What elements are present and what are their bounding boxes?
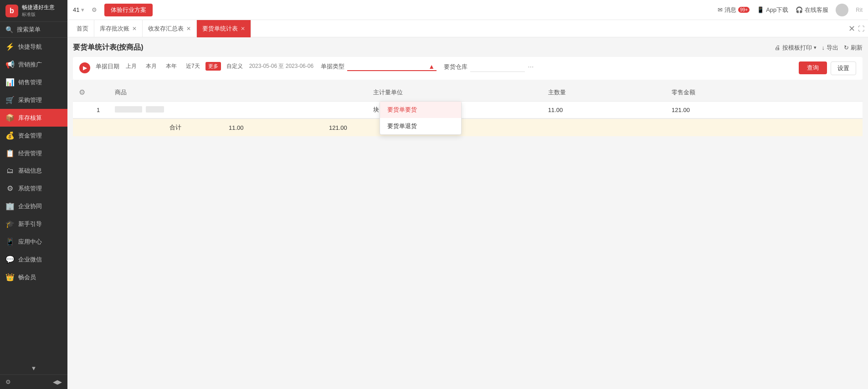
sidebar-item-inventory[interactable]: 📦 库存核算 — [0, 109, 67, 127]
product-placeholder-2 — [146, 106, 164, 113]
nav-icon-members: 👑 — [5, 273, 15, 282]
row-settings-cell — [73, 102, 91, 118]
sidebar-item-guide[interactable]: 🎓 新手引导 — [0, 215, 67, 233]
query-button[interactable]: 查询 — [799, 61, 827, 74]
date-btn-more[interactable]: 更多 — [205, 62, 221, 71]
refresh-icon: ↻ — [844, 44, 849, 51]
top-bar-left: 41 ▾ ⚙ 体验行业方案 — [73, 4, 153, 16]
col-amount-header: 零售金额 — [666, 83, 815, 102]
avatar[interactable] — [836, 4, 848, 16]
tab-close-order[interactable]: ✕ — [241, 26, 245, 32]
tab-receive-summary[interactable]: 收发存汇总表 ✕ — [143, 20, 197, 37]
sidebar-item-app-center[interactable]: 📱 应用中心 — [0, 233, 67, 251]
row-seq-cell: 1 — [91, 102, 109, 118]
tab-close-all-icon[interactable]: ✕ — [848, 24, 855, 34]
date-btn-last-month[interactable]: 上月 — [122, 61, 140, 71]
app-download-item[interactable]: 📱 App下载 — [757, 6, 788, 14]
table-footer: 合计 11.00 121.00 — [73, 118, 863, 136]
messages-item[interactable]: ✉ 消息 99+ — [718, 6, 750, 14]
sidebar-item-quick-nav[interactable]: ⚡ 快捷导航 — [0, 38, 67, 56]
page-title: 要货单统计表(按商品) — [73, 43, 144, 52]
nav-icon-operations: 📋 — [5, 149, 15, 158]
nav-icon-system: ⚙ — [5, 184, 15, 193]
download-icon: 📱 — [757, 6, 764, 13]
sidebar-item-purchase[interactable]: 🛒 采购管理 — [0, 91, 67, 109]
row-product-cell — [109, 102, 368, 118]
top-bar-right: ✉ 消息 99+ 📱 App下载 🎧 在线客服 Rit — [718, 4, 863, 16]
table-section: ⚙ 商品 主计量单位 主数量 零售金额 1 — [73, 83, 863, 136]
tab-expand-area: ✕ ⛶ — [848, 24, 864, 34]
sidebar: b 畅捷通好生意 标准版 🔍 搜索菜单 ⚡ 快捷导航 📢 营销推广 📊 销售管理… — [0, 0, 67, 389]
footer-qty: 11.00 — [229, 124, 329, 131]
search-icon: 🔍 — [5, 26, 13, 33]
app-logo-text: 畅捷通好生意 标准版 — [22, 4, 55, 17]
warehouse-more-icon[interactable]: ··· — [528, 63, 534, 71]
type-select-input[interactable] — [347, 61, 437, 71]
filter-date: 单据日期 上月 本月 本年 近7天 更多 自定义 2023-05-06 至 20… — [96, 61, 313, 71]
message-icon: ✉ — [718, 6, 723, 13]
sidebar-settings-icon[interactable]: ⚙ — [5, 379, 11, 385]
refresh-action[interactable]: ↻ 刷新 — [844, 44, 863, 52]
sidebar-collapse-icon[interactable]: ◀▶ — [53, 379, 62, 385]
col-unit-header: 主计量单位 — [368, 83, 542, 102]
sidebar-item-finance[interactable]: 💰 资金管理 — [0, 127, 67, 144]
tab-batch-account[interactable]: 库存批次账 ✕ — [94, 20, 143, 37]
sidebar-item-wechat[interactable]: 💬 企业微信 — [0, 251, 67, 268]
date-btn-custom[interactable]: 自定义 — [223, 61, 247, 71]
col-product-header: 商品 — [109, 83, 368, 102]
col-settings-header[interactable]: ⚙ — [73, 83, 91, 102]
row-amount-cell: 121.00 — [666, 102, 815, 118]
sidebar-item-enterprise[interactable]: 🏢 企业协同 — [0, 197, 67, 215]
footer-amount: 121.00 — [329, 124, 347, 131]
date-btn-this-month[interactable]: 本月 — [142, 61, 160, 71]
filter-group: 单据日期 上月 本月 本年 近7天 更多 自定义 2023-05-06 至 20… — [96, 61, 793, 72]
trial-button[interactable]: 体验行业方案 — [104, 4, 153, 16]
nav-icon-wechat: 💬 — [5, 255, 15, 264]
nav-icon-inventory: 📦 — [5, 113, 15, 122]
headset-icon: 🎧 — [796, 6, 803, 13]
tab-close-batch[interactable]: ✕ — [132, 26, 137, 32]
warehouse-select[interactable] — [470, 61, 525, 72]
settings-button[interactable]: 设置 — [831, 61, 856, 75]
main-area: 41 ▾ ⚙ 体验行业方案 ✉ 消息 99+ 📱 App下载 🎧 在线客服 Ri… — [67, 0, 868, 389]
sidebar-item-members[interactable]: 👑 畅会员 — [0, 268, 67, 286]
app-logo-icon: b — [5, 5, 18, 17]
type-select[interactable]: ▲ — [347, 61, 437, 71]
store-selector[interactable]: 41 ▾ — [73, 6, 84, 13]
filter-type: 单据类型 ▲ — [321, 61, 437, 71]
col-seq-header — [91, 83, 109, 102]
product-placeholder-1 — [115, 106, 142, 113]
page-title-bar: 要货单统计表(按商品) 🖨 按模板打印 ▾ ↓ 导出 ↻ 刷新 — [73, 43, 863, 52]
print-action[interactable]: 🖨 按模板打印 ▾ — [775, 44, 817, 52]
export-action[interactable]: ↓ 导出 — [822, 44, 839, 52]
date-range-display: 2023-05-06 至 2023-06-06 — [249, 62, 313, 70]
tab-close-receive[interactable]: ✕ — [186, 26, 191, 32]
sidebar-search[interactable]: 🔍 搜索菜单 — [0, 22, 67, 38]
sidebar-item-marketing[interactable]: 📢 营销推广 — [0, 56, 67, 73]
sidebar-item-system[interactable]: ⚙ 系统管理 — [0, 179, 67, 197]
nav-icon-guide: 🎓 — [5, 220, 15, 228]
tab-home[interactable]: 首页 — [71, 20, 94, 37]
print-chevron-icon: ▾ — [814, 45, 817, 51]
filter-warehouse: 要货仓库 ··· — [444, 61, 534, 72]
dropdown-item-order-return[interactable]: 要货单退货 — [380, 118, 461, 134]
sidebar-scroll-down[interactable]: ▼ — [0, 362, 67, 374]
sidebar-item-operations[interactable]: 📋 经营管理 — [0, 144, 67, 162]
nav-icon-purchase: 🛒 — [5, 96, 15, 104]
col-qty-header: 主数量 — [543, 83, 666, 102]
data-table: ⚙ 商品 主计量单位 主数量 零售金额 1 — [73, 83, 863, 118]
sidebar-item-basic-info[interactable]: 🗂 基础信息 — [0, 162, 67, 179]
chevron-down-icon: ▾ — [81, 6, 84, 13]
tab-order-summary[interactable]: 要货单统计表 ✕ — [197, 20, 251, 37]
date-btn-7days[interactable]: 近7天 — [182, 61, 204, 71]
dropdown-item-order-goods[interactable]: 要货单要货 — [380, 102, 461, 118]
date-btn-this-year[interactable]: 本年 — [162, 61, 180, 71]
sidebar-item-sales[interactable]: 📊 销售管理 — [0, 73, 67, 91]
table-row: 1 块 11.00 121.00 — [73, 102, 863, 118]
online-service-item[interactable]: 🎧 在线客服 — [796, 6, 828, 14]
sidebar-bottom: ⚙ ◀▶ — [0, 374, 67, 389]
tab-maximize-icon[interactable]: ⛶ — [858, 25, 864, 32]
nav-icon-quick: ⚡ — [5, 42, 15, 51]
filter-toggle-button[interactable]: ▶ — [79, 62, 90, 73]
store-settings-button[interactable]: ⚙ — [88, 4, 101, 16]
